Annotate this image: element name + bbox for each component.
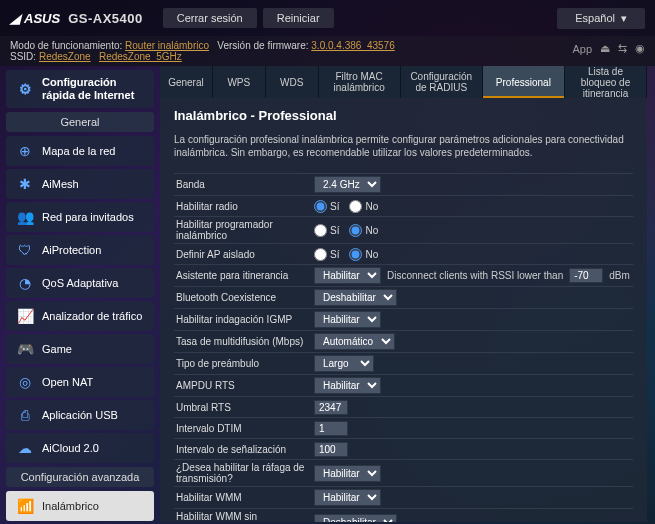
isolated-no[interactable]: [349, 248, 362, 261]
input-beacon[interactable]: [314, 442, 348, 457]
sidebar-item-usb[interactable]: ⎙Aplicación USB: [6, 400, 154, 430]
select-ampdu-rts[interactable]: Habilitar: [314, 377, 381, 394]
label-wmm: Habilitar WMM: [174, 492, 314, 503]
dbm-label: dBm: [609, 270, 630, 281]
label-ampdu-rts: AMPDU RTS: [174, 380, 314, 391]
fw-label: Versión de firmware:: [217, 40, 308, 51]
label-preamble: Tipo de preámbulo: [174, 358, 314, 369]
label-burst: ¿Desea habilitar la ráfaga de transmisió…: [174, 462, 314, 484]
scheduler-no[interactable]: [349, 224, 362, 237]
select-igmp[interactable]: Habilitar: [314, 311, 381, 328]
label-isolated: Definir AP aislado: [174, 249, 314, 260]
mesh-icon: ✱: [14, 175, 36, 193]
chart-icon: 📈: [14, 307, 36, 325]
guest-icon: 👥: [14, 208, 36, 226]
gauge-icon: ◔: [14, 274, 36, 292]
panel-title: Inalámbrico - Professional: [174, 108, 633, 123]
wizard-icon: ⚙: [14, 80, 36, 98]
select-mcast[interactable]: Automático: [314, 333, 395, 350]
radio-enable-yes[interactable]: [314, 200, 327, 213]
scheduler-yes[interactable]: [314, 224, 327, 237]
select-preamble[interactable]: Largo: [314, 355, 374, 372]
sidebar-item-opennat[interactable]: ◎Open NAT: [6, 367, 154, 397]
roaming-text: Disconnect clients with RSSI lower than: [387, 270, 563, 281]
wifi-icon[interactable]: ⇆: [618, 42, 627, 55]
isolated-yes[interactable]: [314, 248, 327, 261]
sidebar-item-quick-setup[interactable]: ⚙ Configuración rápida de Internet: [6, 70, 154, 108]
select-bt[interactable]: Deshabilitar: [314, 289, 397, 306]
map-icon: ⊕: [14, 142, 36, 160]
select-band[interactable]: 2.4 GHz: [314, 176, 381, 193]
wifi-icon: 📶: [14, 497, 36, 515]
tab-bar: General WPS WDS Filtro MAC inalámbrico C…: [160, 66, 647, 98]
model-name: GS-AX5400: [68, 11, 143, 26]
label-roaming: Asistente para itinerancia: [174, 270, 314, 281]
mode-link[interactable]: Router inalámbrico: [125, 40, 209, 51]
sidebar: ⚙ Configuración rápida de Internet Gener…: [0, 66, 160, 522]
sidebar-item-network-map[interactable]: ⊕Mapa de la red: [6, 136, 154, 166]
language-select[interactable]: Español▾: [557, 8, 645, 29]
app-badge[interactable]: App: [572, 43, 592, 55]
tab-general[interactable]: General: [160, 66, 213, 98]
ssid-label: SSID:: [10, 51, 36, 62]
sidebar-item-guest[interactable]: 👥Red para invitados: [6, 202, 154, 232]
sidebar-header-advanced: Configuración avanzada: [6, 467, 154, 487]
sidebar-item-aiprotection[interactable]: 🛡AiProtection: [6, 235, 154, 265]
label-wmm-noack: Habilitar WMM sin confirmación: [174, 511, 314, 522]
tab-professional[interactable]: Professional: [483, 66, 565, 98]
ssid2-link[interactable]: RedesZone_5GHz: [99, 51, 182, 62]
reboot-button[interactable]: Reiniciar: [263, 8, 334, 28]
label-scheduler: Habilitar programador inalámbrico: [174, 219, 314, 241]
sidebar-item-wireless[interactable]: 📶Inalámbrico: [6, 491, 154, 521]
usb-icon[interactable]: ⏏: [600, 42, 610, 55]
label-band: Banda: [174, 179, 314, 190]
label-mcast: Tasa de multidifusión (Mbps): [174, 336, 314, 347]
sidebar-item-aimesh[interactable]: ✱AiMesh: [6, 169, 154, 199]
label-dtim: Intervalo DTIM: [174, 423, 314, 434]
tab-wds[interactable]: WDS: [266, 66, 319, 98]
label-radio: Habilitar radio: [174, 201, 314, 212]
input-rts[interactable]: [314, 400, 348, 415]
logout-button[interactable]: Cerrar sesión: [163, 8, 257, 28]
tab-wps[interactable]: WPS: [213, 66, 266, 98]
sidebar-item-aicloud[interactable]: ☁AiCloud 2.0: [6, 433, 154, 463]
mode-label: Modo de funcionamiento:: [10, 40, 122, 51]
label-beacon: Intervalo de señalización: [174, 444, 314, 455]
tab-radius[interactable]: Configuración de RADIUS: [401, 66, 483, 98]
ssid1-link[interactable]: RedesZone: [39, 51, 91, 62]
status-icon[interactable]: ◉: [635, 42, 645, 55]
label-igmp: Habilitar indagación IGMP: [174, 314, 314, 325]
select-wmm-noack[interactable]: Deshabilitar: [314, 514, 397, 523]
input-rssi[interactable]: [569, 268, 603, 283]
shield-icon: 🛡: [14, 241, 36, 259]
tab-mac-filter[interactable]: Filtro MAC inalámbrico: [319, 66, 401, 98]
cloud-icon: ☁: [14, 439, 36, 457]
panel-desc: La configuración profesional inalámbrica…: [174, 133, 633, 159]
select-burst[interactable]: Habilitar: [314, 465, 381, 482]
game-icon: 🎮: [14, 340, 36, 358]
sidebar-header-general: General: [6, 112, 154, 132]
label-rts: Umbral RTS: [174, 402, 314, 413]
label-bt: Bluetooth Coexistence: [174, 292, 314, 303]
nat-icon: ◎: [14, 373, 36, 391]
brand-logo: ◢ASUS: [10, 11, 60, 26]
select-wmm[interactable]: Habilitar: [314, 489, 381, 506]
radio-enable-no[interactable]: [349, 200, 362, 213]
fw-link[interactable]: 3.0.0.4.386_43576: [311, 40, 394, 51]
usb-app-icon: ⎙: [14, 406, 36, 424]
sidebar-item-qos[interactable]: ◔QoS Adaptativa: [6, 268, 154, 298]
select-roaming[interactable]: Habilitar: [314, 267, 381, 284]
tab-roaming-block[interactable]: Lista de bloqueo de itinerancia: [565, 66, 647, 98]
input-dtim[interactable]: [314, 421, 348, 436]
sidebar-item-game[interactable]: 🎮Game: [6, 334, 154, 364]
sidebar-item-traffic[interactable]: 📈Analizador de tráfico: [6, 301, 154, 331]
